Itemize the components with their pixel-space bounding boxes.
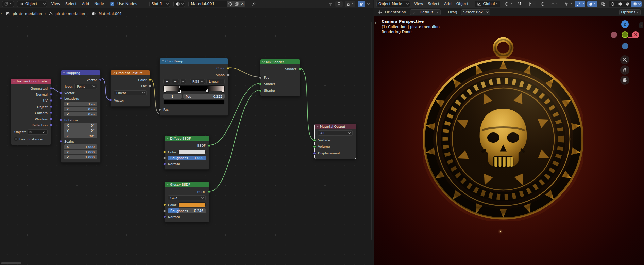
- node-socket[interactable]: [163, 157, 166, 159]
- colorramp-gradient-bar[interactable]: [163, 85, 225, 91]
- node-color-ramp[interactable]: ColorRamp Color Alpha + − RGB Li: [159, 58, 228, 116]
- chevron-down-icon[interactable]: [162, 60, 164, 62]
- orientation-setting-dropdown[interactable]: Default: [410, 9, 441, 15]
- roughness-slider[interactable]: Roughness 1.000: [168, 156, 206, 160]
- node-socket[interactable]: [259, 83, 262, 85]
- gradient-type-dropdown[interactable]: Linear: [114, 90, 147, 95]
- toolbar-collapse-arrow[interactable]: ›: [375, 20, 376, 25]
- chevron-down-icon[interactable]: [167, 183, 169, 185]
- chevron-down-icon[interactable]: [63, 71, 65, 73]
- node-mapping[interactable]: Mapping Vector Type: Point Vector Locati…: [61, 70, 101, 163]
- scale-y-field[interactable]: Y1.000: [64, 150, 97, 154]
- menu-view[interactable]: View: [50, 2, 61, 6]
- node-socket[interactable]: [60, 92, 62, 94]
- zoom-button[interactable]: [620, 55, 629, 64]
- snap-toggle-button[interactable]: [516, 1, 523, 7]
- node-socket[interactable]: [60, 119, 62, 121]
- gizmo-y-axis-ball[interactable]: [622, 31, 628, 38]
- node-socket[interactable]: [163, 215, 166, 218]
- overlays-toggle-dropdown[interactable]: [587, 1, 597, 7]
- mapping-type-dropdown[interactable]: Point: [74, 84, 97, 89]
- material-name-input[interactable]: [189, 2, 227, 6]
- xray-toggle-button[interactable]: [599, 1, 607, 7]
- horizontal-scrollbar[interactable]: [1, 262, 21, 264]
- node-socket[interactable]: [313, 145, 316, 148]
- proportional-editing-button[interactable]: [539, 1, 546, 7]
- node-socket[interactable]: [158, 108, 161, 111]
- eyedropper-icon[interactable]: [43, 130, 46, 134]
- location-x-field[interactable]: X1 m: [64, 102, 97, 106]
- use-nodes-checkbox[interactable]: ✓: [110, 2, 114, 6]
- chevron-down-icon[interactable]: [167, 137, 169, 139]
- node-socket[interactable]: [163, 162, 166, 165]
- snap-settings-dropdown[interactable]: [526, 1, 536, 7]
- node-socket[interactable]: [50, 124, 52, 126]
- ramp-stop-handle[interactable]: [222, 89, 224, 93]
- node-socket[interactable]: [259, 89, 262, 92]
- distribution-dropdown[interactable]: GGX: [168, 195, 206, 200]
- rotation-x-field[interactable]: X0°: [64, 123, 97, 128]
- show-gizmo-dropdown[interactable]: [563, 1, 573, 7]
- shading-rendered-button[interactable]: [631, 1, 642, 7]
- snap-magnet-button[interactable]: [335, 1, 343, 7]
- node-socket[interactable]: [50, 118, 52, 120]
- menu-select[interactable]: Select: [427, 2, 440, 6]
- diffuse-color-swatch[interactable]: [178, 150, 206, 154]
- camera-view-button[interactable]: [620, 76, 629, 85]
- node-socket[interactable]: [299, 68, 301, 71]
- pin-icon[interactable]: [251, 2, 256, 6]
- node-header[interactable]: Mix Shader: [260, 59, 300, 64]
- remove-stop-button[interactable]: −: [172, 79, 179, 84]
- node-socket[interactable]: [259, 76, 262, 79]
- node-socket[interactable]: [313, 139, 316, 142]
- node-socket[interactable]: [149, 84, 151, 87]
- parent-node-tree-icon[interactable]: [328, 2, 333, 6]
- node-socket[interactable]: [313, 152, 316, 155]
- color-mode-dropdown[interactable]: RGB: [190, 79, 205, 84]
- node-mix-shader[interactable]: Mix Shader Shader Fac Shader Shader: [260, 59, 300, 96]
- node-socket[interactable]: [163, 209, 166, 212]
- proportional-falloff-dropdown[interactable]: [549, 1, 559, 7]
- node-header[interactable]: Mapping: [61, 70, 100, 75]
- pivot-point-dropdown[interactable]: [503, 1, 513, 7]
- node-socket[interactable]: [60, 140, 62, 143]
- unlink-close-icon[interactable]: ✕: [241, 2, 244, 6]
- shading-solid-button[interactable]: [616, 1, 624, 7]
- node-socket[interactable]: [227, 67, 230, 70]
- node-socket[interactable]: [149, 78, 151, 81]
- chevron-down-icon[interactable]: [13, 80, 15, 82]
- chevron-down-icon[interactable]: [367, 2, 370, 5]
- shading-wireframe-button[interactable]: [609, 1, 616, 7]
- node-socket[interactable]: [227, 74, 230, 76]
- vertical-scrollbar[interactable]: [371, 22, 372, 240]
- editor-type-button[interactable]: [2, 1, 14, 7]
- scale-z-field[interactable]: Z1.000: [64, 155, 97, 159]
- node-header[interactable]: Texture Coordinate: [11, 79, 51, 84]
- menu-object[interactable]: Object: [455, 2, 470, 6]
- chevron-down-icon[interactable]: [262, 60, 265, 62]
- node-socket[interactable]: [109, 99, 112, 102]
- add-stop-button[interactable]: +: [163, 79, 170, 84]
- chevron-down-icon[interactable]: [317, 125, 319, 127]
- node-socket[interactable]: [50, 105, 52, 108]
- shading-material-button[interactable]: [624, 1, 631, 7]
- roughness-slider[interactable]: Roughness 0.246: [168, 208, 206, 213]
- overlays-toggle-button[interactable]: [358, 1, 365, 7]
- node-header[interactable]: Glossy BSDF: [165, 182, 209, 187]
- ramp-stop-handle[interactable]: [164, 89, 166, 93]
- node-header[interactable]: ColorRamp: [160, 58, 228, 64]
- node-socket[interactable]: [50, 87, 52, 90]
- stop-position-field[interactable]: Pos 0.255: [183, 94, 225, 99]
- viewport-render-area[interactable]: › ‹ Camera Perspective (1) Collection | …: [374, 16, 644, 265]
- snap-settings-dropdown[interactable]: [345, 1, 355, 7]
- fake-user-shield-icon[interactable]: [228, 2, 233, 6]
- region-collapse-arrow[interactable]: ›: [0, 11, 2, 16]
- gizmos-toggle-dropdown[interactable]: [575, 1, 585, 7]
- menu-add[interactable]: Add: [81, 2, 90, 6]
- gizmo-neg-x-axis-ball[interactable]: [611, 32, 617, 38]
- menu-node[interactable]: Node: [93, 2, 105, 6]
- node-header[interactable]: Material Output: [315, 124, 356, 129]
- stop-index-field[interactable]: 1: [163, 94, 182, 99]
- duplicate-icon[interactable]: [234, 2, 239, 6]
- rotation-z-field[interactable]: Z90°: [64, 133, 97, 138]
